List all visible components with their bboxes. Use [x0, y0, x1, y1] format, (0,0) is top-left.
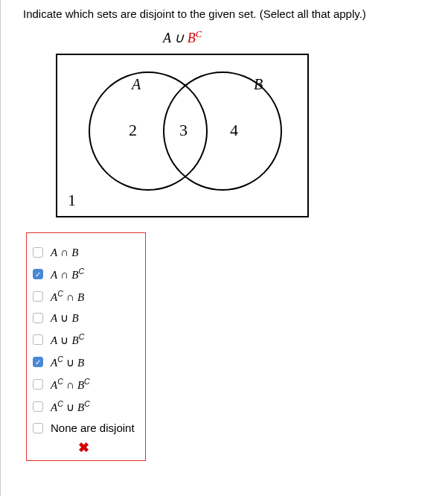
option-row-1: ✓A ∩ BC — [33, 263, 135, 285]
option-row-8: None are disjoint — [33, 418, 135, 438]
option-checkbox-7[interactable] — [33, 401, 43, 412]
option-checkbox-2[interactable] — [33, 291, 43, 302]
venn-region-2: 2 — [129, 121, 137, 140]
venn-label-a: A — [132, 76, 141, 93]
option-label-4: A ∪ BC — [51, 332, 84, 347]
option-row-0: A ∩ B — [33, 242, 135, 263]
option-row-2: AC ∩ B — [33, 285, 135, 308]
option-row-4: A ∪ BC — [33, 328, 135, 351]
option-checkbox-4[interactable] — [33, 334, 43, 345]
option-label-7: AC ∪ BC — [51, 399, 90, 414]
given-set: A ∪ BC — [56, 29, 309, 46]
option-label-5: AC ∪ B — [51, 354, 84, 369]
venn-region-4: 4 — [230, 121, 238, 140]
question-container: Indicate which sets are disjoint to the … — [0, 0, 448, 496]
option-checkbox-3[interactable] — [33, 313, 43, 323]
option-label-1: A ∩ BC — [51, 267, 84, 282]
venn-diagram: A B 1 2 3 4 — [56, 54, 433, 217]
option-row-6: AC ∩ BC — [33, 373, 135, 395]
option-checkbox-5[interactable]: ✓ — [33, 357, 43, 367]
option-checkbox-0[interactable] — [33, 247, 43, 258]
given-set-red: BC — [188, 31, 202, 45]
option-label-3: A ∪ B — [51, 311, 79, 325]
option-label-8: None are disjoint — [51, 422, 135, 434]
feedback-incorrect-icon: ✖ — [33, 438, 135, 457]
option-row-5: ✓AC ∪ B — [33, 351, 135, 373]
option-checkbox-8[interactable] — [33, 423, 43, 433]
answer-options-box: A ∩ B✓A ∩ BCAC ∩ BA ∪ BA ∪ BC✓AC ∪ BAC ∩… — [26, 232, 146, 461]
option-label-2: AC ∩ B — [51, 289, 84, 304]
question-text: Indicate which sets are disjoint to the … — [23, 7, 433, 20]
option-checkbox-6[interactable] — [33, 379, 43, 390]
option-row-3: A ∪ B — [33, 308, 135, 328]
given-set-plain: A ∪ — [163, 31, 188, 45]
option-label-0: A ∩ B — [51, 246, 78, 259]
option-row-7: AC ∪ BC — [33, 395, 135, 418]
venn-universe-box: A B 1 2 3 4 — [56, 54, 309, 217]
venn-label-b: B — [254, 76, 263, 93]
venn-region-3: 3 — [179, 121, 188, 140]
venn-region-1: 1 — [68, 191, 76, 210]
option-label-6: AC ∩ BC — [51, 377, 90, 392]
option-checkbox-1[interactable]: ✓ — [33, 269, 43, 279]
